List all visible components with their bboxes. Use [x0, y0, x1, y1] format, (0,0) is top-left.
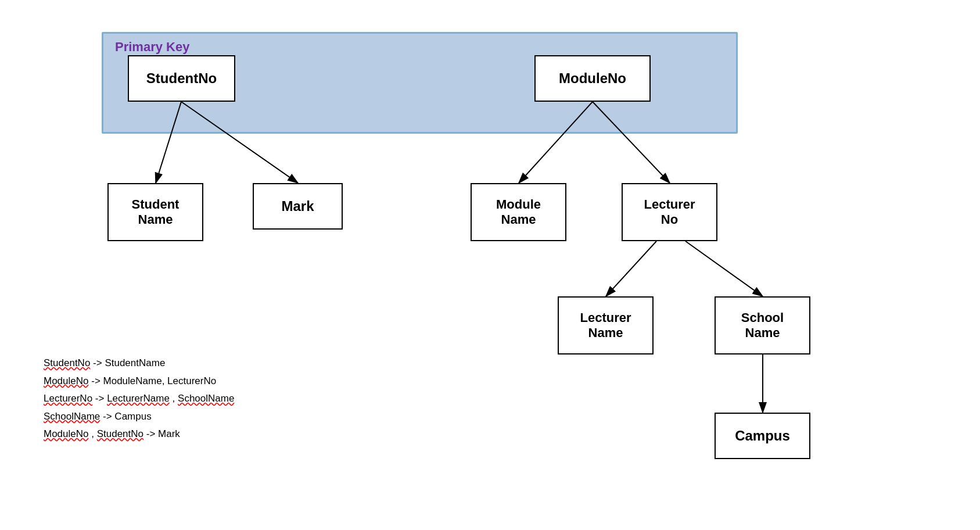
- functional-dependencies: StudentNo -> StudentName ModuleNo -> Mod…: [44, 354, 234, 443]
- diagram-container: Primary Key StudentNo ModuleNo StudentNa…: [0, 0, 980, 530]
- node-studentname: StudentName: [107, 183, 203, 241]
- node-mark: Mark: [253, 183, 343, 230]
- arrow-studentno-studentname: [156, 102, 181, 183]
- fd-moduleno-1: ModuleNo: [44, 375, 89, 386]
- node-schoolname: SchoolName: [715, 296, 810, 354]
- arrow-lecturerno-schoolname: [685, 241, 763, 296]
- arrow-lecturerno-lecturername: [606, 241, 656, 296]
- fd-line-5: ModuleNo , StudentNo -> Mark: [44, 425, 234, 443]
- fd-studentno: StudentNo: [44, 357, 90, 368]
- fd-schoolname-2: SchoolName: [44, 411, 100, 422]
- fd-line-2: ModuleNo -> ModuleName, LecturerNo: [44, 373, 234, 391]
- fd-schoolname: SchoolName: [178, 393, 234, 404]
- fd-line-1: StudentNo -> StudentName: [44, 354, 234, 373]
- fd-line-4: SchoolName -> Campus: [44, 408, 234, 426]
- arrow-moduleno-lecturerno: [593, 102, 670, 183]
- node-campus: Campus: [715, 413, 810, 459]
- node-lecturername: LecturerName: [558, 296, 654, 354]
- fd-line-3: LecturerNo -> LecturerName , SchoolName: [44, 390, 234, 408]
- arrow-moduleno-modulename: [519, 102, 593, 183]
- fd-lecturerno: LecturerNo: [44, 393, 92, 404]
- fd-moduleno-2: ModuleNo: [44, 428, 89, 439]
- fd-lecturername: LecturerName: [107, 393, 170, 404]
- node-lecturerno: LecturerNo: [622, 183, 717, 241]
- fd-studentno-2: StudentNo: [97, 428, 143, 439]
- arrow-studentno-mark: [181, 102, 298, 183]
- node-modulename: ModuleName: [471, 183, 566, 241]
- node-moduleno: ModuleNo: [534, 55, 651, 102]
- node-studentno: StudentNo: [128, 55, 235, 102]
